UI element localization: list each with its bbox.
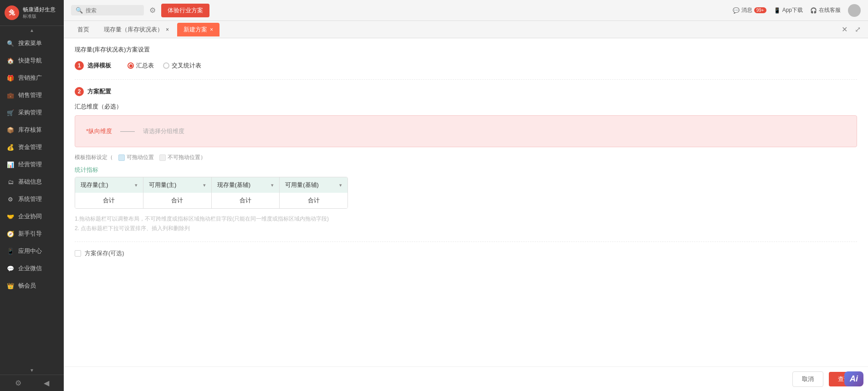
- divider-1: [75, 79, 857, 80]
- sidebar-item-member[interactable]: 👑 畅会员: [0, 277, 64, 294]
- non-draggable-box: [159, 154, 166, 161]
- basic-icon: 🗂: [6, 178, 15, 186]
- sidebar-scroll-down[interactable]: ▼: [0, 366, 64, 375]
- chevron-down-icon-2[interactable]: ▾: [271, 182, 274, 188]
- sidebar-item-basic[interactable]: 🗂 基础信息: [0, 173, 64, 190]
- footer-bar: 取消 查询: [64, 366, 868, 391]
- save-option: 方案保存(可选): [75, 249, 857, 257]
- sidebar-item-label: 企业微信: [18, 264, 42, 273]
- dim-label: 汇总维度（必选）: [75, 103, 857, 111]
- indicators-label: 模板指标设定（: [75, 154, 113, 161]
- stats-col-3[interactable]: 可用量(基辅) ▾: [280, 177, 347, 193]
- sidebar-item-label: 畅会员: [18, 282, 36, 290]
- radio-cross-circle[interactable]: [163, 62, 169, 69]
- sidebar-item-marketing[interactable]: 🎁 营销推广: [0, 69, 64, 87]
- save-label: 方案保存(可选): [85, 249, 124, 257]
- stats-col-0-label: 现存量(主): [81, 181, 108, 189]
- chevron-down-icon-1[interactable]: ▾: [203, 182, 206, 188]
- main-area: 🔍 ⚙ 体验行业方案 💬 消息 99+ 📱 App下载 🎧 在线客服 首页: [64, 0, 868, 391]
- message-button[interactable]: 💬 消息 99+: [733, 6, 766, 14]
- sidebar-item-system[interactable]: ⚙ 系统管理: [0, 190, 64, 208]
- ai-badge: Ai: [844, 371, 863, 386]
- gift-icon: 🎁: [6, 74, 15, 82]
- section1-header: 1 选择模板 汇总表 交叉统计表: [75, 61, 857, 70]
- sidebar-item-appcenter[interactable]: 📱 应用中心: [0, 242, 64, 260]
- search-menu-icon: 🔍: [6, 39, 15, 47]
- sidebar-item-label: 企业协同: [18, 212, 42, 221]
- wechat-icon: 💬: [6, 264, 15, 273]
- template-options: 汇总表 交叉统计表: [128, 62, 201, 70]
- expand-panel-button[interactable]: ⤢: [855, 25, 861, 34]
- dim-required-area[interactable]: *纵向维度 —— 请选择分组维度: [75, 115, 857, 147]
- sidebar-item-label: 基础信息: [18, 178, 42, 186]
- radio-cross[interactable]: 交叉统计表: [163, 62, 201, 70]
- tab-home[interactable]: 首页: [71, 23, 96, 36]
- sidebar-scroll-up[interactable]: ▲: [0, 26, 64, 35]
- topbar-right: 💬 消息 99+ 📱 App下载 🎧 在线客服: [733, 4, 861, 17]
- chevron-down-icon-0[interactable]: ▾: [135, 182, 138, 188]
- radio-summary[interactable]: 汇总表: [128, 62, 154, 70]
- stats-table: 现存量(主) ▾ 可用量(主) ▾ 现存量(基辅) ▾ 可用量(基辅): [75, 177, 348, 209]
- chevron-down-icon-3[interactable]: ▾: [339, 182, 342, 188]
- tips-section: 1.拖动标题栏可以调整布局，不可跨维度或指标区域拖动栏目字段(只能在同一维度或指…: [75, 215, 857, 232]
- tab-inventory-close[interactable]: ×: [166, 26, 169, 33]
- tab-new-plan[interactable]: 新建方案 ×: [177, 23, 220, 36]
- search-box[interactable]: 🔍: [71, 5, 144, 15]
- sidebar-item-wechat[interactable]: 💬 企业微信: [0, 260, 64, 277]
- tip-0: 1.拖动标题栏可以调整布局，不可跨维度或指标区域拖动栏目字段(只能在同一维度或指…: [75, 215, 857, 223]
- app-download-button[interactable]: 📱 App下载: [774, 6, 803, 14]
- sidebar-item-label: 新手引导: [18, 230, 42, 238]
- tab-inventory-label: 现存量（库存状况表）: [104, 26, 163, 34]
- radio-summary-circle[interactable]: [128, 62, 134, 69]
- avatar[interactable]: [848, 4, 861, 17]
- tabbar: 首页 现存量（库存状况表） × 新建方案 × ✕ ⤢: [64, 21, 868, 38]
- sidebar: 兔 畅康通好生意 标准版 ▲ 🔍 搜索菜单 🏠 快捷导航 🎁 营销推广 💼 销售…: [0, 0, 64, 391]
- phone-icon: 📱: [774, 7, 781, 14]
- radio-summary-label: 汇总表: [136, 62, 154, 70]
- tab-inventory[interactable]: 现存量（库存状况表） ×: [97, 23, 175, 36]
- section-template: 1 选择模板 汇总表 交叉统计表: [75, 61, 857, 70]
- service-button[interactable]: 🎧 在线客服: [810, 6, 841, 14]
- sidebar-item-enterprise[interactable]: 🤝 企业协同: [0, 208, 64, 225]
- stats-col-2[interactable]: 现存量(基辅) ▾: [212, 177, 280, 193]
- sidebar-item-search[interactable]: 🔍 搜索菜单: [0, 35, 64, 52]
- message-label: 消息: [741, 6, 752, 14]
- section2-num: 2: [75, 87, 84, 96]
- sidebar-item-sales[interactable]: 💼 销售管理: [0, 87, 64, 104]
- draggable-label: 可拖动位置: [127, 154, 154, 161]
- member-icon: 👑: [6, 282, 15, 290]
- legend-non-draggable: 不可拖动位置）: [159, 154, 206, 161]
- trial-button[interactable]: 体验行业方案: [161, 4, 209, 17]
- stats-col-1[interactable]: 可用量(主) ▾: [143, 177, 212, 193]
- sidebar-item-label: 资金管理: [18, 143, 42, 151]
- stats-cell-0: 合计: [75, 193, 143, 208]
- stats-col-0[interactable]: 现存量(主) ▾: [75, 177, 143, 193]
- section-config: 2 方案配置 汇总维度（必选） *纵向维度 —— 请选择分组维度 模板指标设定（…: [75, 87, 857, 232]
- sidebar-item-inventory[interactable]: 📦 库存核算: [0, 121, 64, 139]
- sidebar-item-label: 经营管理: [18, 160, 42, 169]
- newguide-icon: 🧭: [6, 230, 15, 238]
- stats-cell-3: 合计: [280, 193, 347, 208]
- sidebar-item-newguide[interactable]: 🧭 新手引导: [0, 225, 64, 242]
- indicators-legend: 模板指标设定（ 可拖动位置 不可拖动位置）: [75, 154, 857, 161]
- close-panel-button[interactable]: ✕: [842, 25, 848, 34]
- headset-icon: 🎧: [810, 7, 817, 14]
- sidebar-item-finance[interactable]: 💰 资金管理: [0, 139, 64, 156]
- legend-draggable: 可拖动位置: [118, 154, 154, 161]
- sidebar-item-management[interactable]: 📊 经营管理: [0, 156, 64, 173]
- save-checkbox[interactable]: [75, 250, 81, 257]
- stats-col-2-label: 现存量(基辅): [217, 181, 251, 189]
- stats-table-header: 现存量(主) ▾ 可用量(主) ▾ 现存量(基辅) ▾ 可用量(基辅): [75, 177, 347, 193]
- sidebar-item-purchase[interactable]: 🛒 采购管理: [0, 104, 64, 121]
- collapse-button[interactable]: ◀: [44, 379, 49, 387]
- cancel-button[interactable]: 取消: [792, 371, 823, 387]
- search-input[interactable]: [86, 7, 139, 14]
- content-area: 现存量(库存状况表)方案设置 1 选择模板 汇总表 交叉统计表: [64, 38, 868, 366]
- settings-button[interactable]: ⚙: [15, 379, 21, 387]
- enterprise-icon: 🤝: [6, 212, 15, 221]
- topbar-gear-icon[interactable]: ⚙: [149, 6, 156, 15]
- sidebar-item-label: 系统管理: [18, 195, 42, 203]
- dim-vertical-label: *纵向维度: [86, 127, 112, 135]
- sidebar-item-quicknav[interactable]: 🏠 快捷导航: [0, 52, 64, 69]
- tab-new-plan-close[interactable]: ×: [210, 26, 213, 33]
